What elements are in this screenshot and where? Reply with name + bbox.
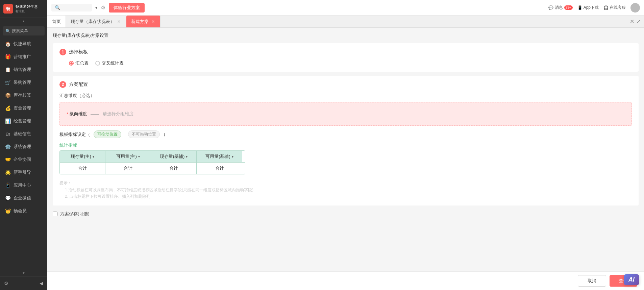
- metrics-header-row: 现存量(主) ▾ 可用量(主) ▾ 现存量(基辅) ▾ 可用量(基辅) ▾: [60, 151, 245, 162]
- metrics-col-available-main[interactable]: 可用量(主) ▾: [105, 151, 151, 162]
- inventory-icon: 📦: [5, 92, 11, 98]
- section1-title: 选择模板: [69, 49, 88, 55]
- indicator-setting-prefix: 模板指标设定（: [59, 131, 90, 138]
- tab-home[interactable]: 首页: [47, 16, 66, 27]
- sidebar-item-purchase[interactable]: 🛒 采购管理: [0, 76, 47, 89]
- sidebar-item-member[interactable]: 👑 畅会员: [0, 204, 47, 217]
- save-checkbox[interactable]: [53, 212, 57, 216]
- chip-not-draggable: 不可拖动位置: [128, 130, 160, 138]
- metrics-cell-0-2: 合计: [151, 163, 197, 174]
- metrics-col-current-aux[interactable]: 现存量(基辅) ▾: [151, 151, 197, 162]
- section-template: 1 选择模板 汇总表 交叉统计表: [53, 43, 639, 72]
- radio-summary-circle[interactable]: [69, 61, 74, 66]
- template-options: 汇总表 交叉统计表: [69, 60, 632, 66]
- topbar-dropdown[interactable]: ▾: [95, 5, 97, 10]
- sidebar-item-label: 采购管理: [14, 79, 31, 86]
- online-service-label: 在线客服: [610, 5, 626, 10]
- summary-dimension-label: 汇总维度（必选）: [59, 93, 632, 99]
- user-avatar[interactable]: [630, 3, 640, 13]
- sidebar-item-operations[interactable]: 📊 经营管理: [0, 115, 47, 127]
- window-close-button[interactable]: ✕: [630, 18, 634, 25]
- chevron-down-icon-4[interactable]: ▾: [232, 155, 233, 159]
- sidebar-scroll-up[interactable]: ▲: [0, 18, 47, 24]
- tab-new-scheme[interactable]: 新建方案 ✕: [126, 16, 160, 27]
- collapse-icon[interactable]: ◀: [38, 279, 45, 287]
- logo-badge: 标准版: [16, 9, 38, 14]
- sidebar-item-label: 应用中心: [14, 182, 31, 188]
- sidebar-item-label: 新手引导: [14, 169, 31, 175]
- messages-badge: 99+: [564, 5, 573, 10]
- tab-spacer: [160, 16, 626, 27]
- section2-num: 2: [59, 81, 66, 88]
- window-controls: ✕ ⤢: [626, 16, 644, 27]
- sidebar-item-label: 经营管理: [14, 118, 31, 124]
- tabbar: 首页 现存量（库存状况表） ✕ 新建方案 ✕ ✕ ⤢: [47, 16, 644, 28]
- messages-label: 消息: [555, 5, 563, 10]
- sidebar-item-new-guide[interactable]: 🌟 新手引导: [0, 166, 47, 179]
- tab-inventory-close-icon[interactable]: ✕: [117, 19, 121, 24]
- radio-cross-table[interactable]: 交叉统计表: [95, 60, 124, 66]
- sidebar-item-wechat[interactable]: 💬 企业微信: [0, 192, 47, 204]
- action-bar: 取消 查询: [47, 271, 644, 290]
- sidebar-item-app-center[interactable]: 📱 应用中心: [0, 179, 47, 192]
- trial-industry-button[interactable]: 体验行业方案: [109, 3, 145, 13]
- app-download-button[interactable]: 📱 App下载: [577, 5, 599, 10]
- chip-draggable: 可拖动位置: [94, 130, 121, 138]
- tab-new-scheme-close-icon[interactable]: ✕: [151, 19, 155, 24]
- sidebar: 畅 畅康通好生意 标准版 ▲ 🔍 搜索菜单 🏠 快捷导航 🎁 营销推广 📋 销售…: [0, 0, 47, 290]
- sidebar-item-quick-nav[interactable]: 🏠 快捷导航: [0, 38, 47, 50]
- sidebar-search-label: 搜索菜单: [12, 28, 28, 34]
- messages-button[interactable]: 💬 消息 99+: [548, 5, 573, 10]
- topbar-search[interactable]: 🔍: [51, 4, 92, 11]
- sidebar-item-basic-info[interactable]: 🗂 基础信息: [0, 127, 47, 140]
- metrics-col-available-aux[interactable]: 可用量(基辅) ▾: [197, 151, 242, 162]
- chevron-down-icon-2[interactable]: ▾: [138, 155, 140, 159]
- sidebar-item-label: 资金管理: [14, 105, 31, 111]
- settings-icon[interactable]: ⚙: [3, 279, 10, 287]
- sidebar-item-sales[interactable]: 📋 销售管理: [0, 63, 47, 76]
- chevron-down-icon-1[interactable]: ▾: [93, 155, 94, 159]
- radio-cross-circle[interactable]: [95, 61, 100, 66]
- cooperation-icon: 🤝: [5, 156, 11, 163]
- finance-icon: 💰: [5, 105, 11, 111]
- phone-icon: 📱: [577, 5, 583, 10]
- topbar-search-input[interactable]: [61, 5, 85, 10]
- app-download-label: App下载: [584, 5, 599, 10]
- dimension-placeholder: 请选择分组维度: [103, 111, 133, 117]
- dimension-dash: ——: [91, 112, 99, 117]
- cancel-button[interactable]: 取消: [578, 275, 606, 287]
- save-label: 方案保存(可选): [60, 211, 90, 217]
- tips-item-2: 2. 点击标题栏下拉可设置排序、插入列和删除列: [59, 194, 632, 199]
- app-center-icon: 📱: [5, 182, 11, 188]
- logo-text-block: 畅康通好生意 标准版: [16, 4, 38, 13]
- sidebar-bottom: ⚙ ◀: [0, 276, 47, 290]
- window-expand-button[interactable]: ⤢: [636, 18, 641, 25]
- dimension-required-mark: *: [67, 112, 68, 117]
- metrics-group-label: 统计指标: [59, 142, 632, 148]
- topbar-right: 💬 消息 99+ 📱 App下载 🎧 在线客服: [548, 3, 640, 13]
- operations-icon: 📊: [5, 118, 11, 124]
- radio-summary-label: 汇总表: [75, 60, 89, 66]
- ai-badge[interactable]: Ai: [624, 274, 639, 285]
- logo-icon: 畅: [3, 4, 13, 14]
- sidebar-item-cooperation[interactable]: 🤝 企业协同: [0, 153, 47, 166]
- sidebar-item-finance[interactable]: 💰 资金管理: [0, 102, 47, 115]
- online-service-button[interactable]: 🎧 在线客服: [603, 5, 626, 10]
- radio-summary-table[interactable]: 汇总表: [69, 60, 89, 66]
- topbar-gear-icon[interactable]: ⚙: [101, 4, 105, 11]
- sidebar-scroll-down[interactable]: ▼: [0, 270, 47, 276]
- topbar-search-icon: 🔍: [55, 5, 60, 10]
- tab-inventory-status[interactable]: 现存量（库存状况表） ✕: [66, 16, 126, 27]
- metrics-col-current-main[interactable]: 现存量(主) ▾: [60, 151, 105, 162]
- section1-header: 1 选择模板: [59, 49, 632, 55]
- chevron-down-icon-3[interactable]: ▾: [186, 155, 188, 159]
- sidebar-item-label: 快捷导航: [14, 41, 31, 47]
- sidebar-item-label: 畅会员: [14, 208, 27, 214]
- sidebar-item-system[interactable]: ⚙️ 系统管理: [0, 140, 47, 153]
- tab-new-scheme-label: 新建方案: [131, 19, 149, 25]
- section2-title: 方案配置: [69, 81, 88, 88]
- logo-title: 畅康通好生意: [16, 4, 38, 9]
- sidebar-item-inventory[interactable]: 📦 库存核算: [0, 89, 47, 102]
- sidebar-search-bar[interactable]: 🔍 搜索菜单: [3, 26, 45, 35]
- sidebar-item-marketing[interactable]: 🎁 营销推广: [0, 50, 47, 63]
